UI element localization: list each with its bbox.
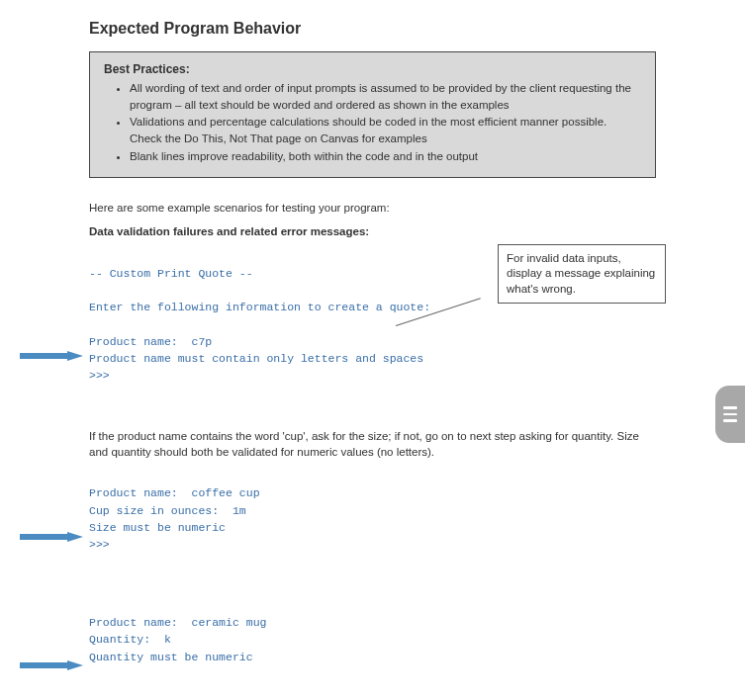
pointer-arrow-icon xyxy=(20,627,83,637)
best-practices-box: Best Practices: All wording of text and … xyxy=(89,51,656,178)
pointer-arrow-icon xyxy=(20,497,83,507)
code-line: Product name must contain only letters a… xyxy=(89,352,423,365)
intro-text: Here are some example scenarios for test… xyxy=(89,200,656,216)
code-line: Quantity: k xyxy=(89,633,171,646)
list-item: All wording of text and order of input p… xyxy=(130,80,641,113)
code-line: Product name: coffee cup xyxy=(89,486,260,499)
list-item: Validations and percentage calculations … xyxy=(130,114,641,146)
example-block-1: -- Custom Print Quote -- Enter the follo… xyxy=(89,248,656,419)
code-line: Size must be numeric xyxy=(89,521,226,534)
code-line: Enter the following information to creat… xyxy=(89,301,430,313)
code-sample: Product name: ceramic mug Quantity: k Qu… xyxy=(89,597,656,700)
best-practices-list: All wording of text and order of input p… xyxy=(104,80,641,164)
code-line: Product name: ceramic mug xyxy=(89,616,266,629)
code-line: Quantity must be numeric xyxy=(89,651,253,663)
document-page: Expected Program Behavior Best Practices… xyxy=(0,0,745,700)
page-title: Expected Program Behavior xyxy=(89,20,656,38)
svg-marker-2 xyxy=(20,660,83,670)
list-item: Blank lines improve readability, both wi… xyxy=(130,148,641,165)
box-title: Best Practices: xyxy=(104,62,641,76)
pointer-arrow-icon xyxy=(20,317,83,327)
section-heading: Data validation failures and related err… xyxy=(89,223,656,239)
code-line: >>> xyxy=(89,369,110,382)
side-handle[interactable] xyxy=(715,386,745,443)
callout-box: For invalid data inputs, display a messa… xyxy=(498,244,666,305)
code-line: >>> xyxy=(89,538,110,551)
code-line: -- Custom Print Quote -- xyxy=(89,267,253,280)
code-line: Cup size in ounces: 1m xyxy=(89,504,246,517)
svg-marker-0 xyxy=(20,351,83,361)
code-line: Product name: c7p xyxy=(89,335,212,348)
svg-marker-1 xyxy=(20,532,83,542)
paragraph: If the product name contains the word 'c… xyxy=(89,428,656,460)
code-sample: Product name: coffee cup Cup size in oun… xyxy=(89,468,656,587)
menu-icon xyxy=(723,406,737,422)
